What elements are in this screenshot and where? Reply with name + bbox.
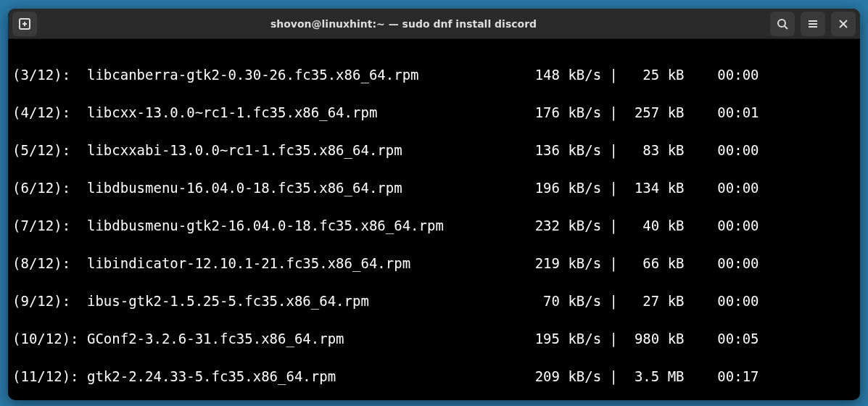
download-row: (3/12): libcanberra-gtk2-0.30-26.fc35.x8… bbox=[12, 65, 856, 84]
search-icon bbox=[777, 18, 788, 30]
download-row: (5/12): libcxxabi-13.0.0~rc1-1.fc35.x86_… bbox=[12, 141, 856, 160]
plus-icon bbox=[19, 18, 30, 30]
svg-point-3 bbox=[778, 20, 785, 27]
close-icon bbox=[838, 18, 849, 30]
search-button[interactable] bbox=[770, 12, 795, 36]
terminal-output[interactable]: (3/12): libcanberra-gtk2-0.30-26.fc35.x8… bbox=[8, 39, 860, 400]
download-row: (4/12): libcxx-13.0.0~rc1-1.fc35.x86_64.… bbox=[12, 103, 856, 122]
download-row: (10/12): GConf2-3.2.6-31.fc35.x86_64.rpm… bbox=[12, 329, 856, 348]
new-tab-button[interactable] bbox=[12, 12, 37, 36]
download-row: (8/12): libindicator-12.10.1-21.fc35.x86… bbox=[12, 254, 856, 273]
menu-button[interactable] bbox=[801, 12, 825, 36]
download-row: (11/12): gtk2-2.24.33-5.fc35.x86_64.rpm … bbox=[12, 367, 856, 386]
hamburger-icon bbox=[807, 18, 819, 30]
download-row: (9/12): ibus-gtk2-1.5.25-5.fc35.x86_64.r… bbox=[12, 291, 856, 310]
download-row: (7/12): libdbusmenu-gtk2-16.04.0-18.fc35… bbox=[12, 216, 856, 235]
svg-line-4 bbox=[785, 26, 788, 29]
terminal-window: shovon@linuxhint:~ — sudo dnf install di… bbox=[8, 9, 860, 400]
titlebar: shovon@linuxhint:~ — sudo dnf install di… bbox=[8, 9, 860, 39]
download-row: (6/12): libdbusmenu-16.04.0-18.fc35.x86_… bbox=[12, 178, 856, 197]
window-title: shovon@linuxhint:~ — sudo dnf install di… bbox=[38, 18, 769, 30]
close-button[interactable] bbox=[831, 12, 856, 36]
